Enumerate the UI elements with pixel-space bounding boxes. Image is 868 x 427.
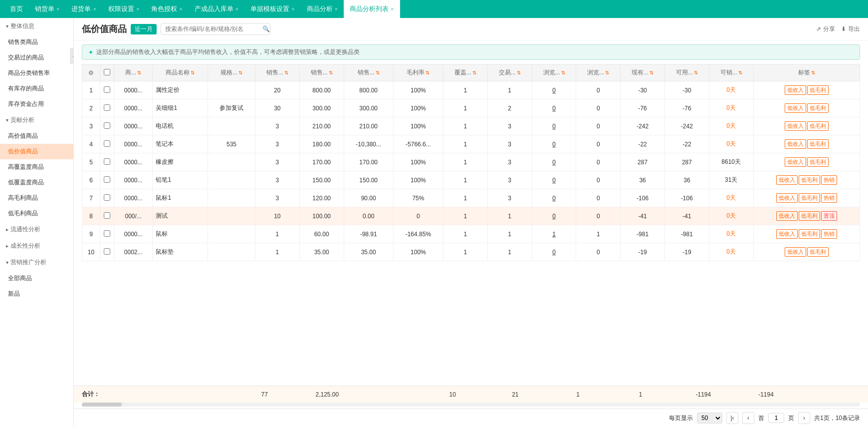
cell-view1[interactable]: 0	[532, 189, 576, 207]
th-name[interactable]: 商品名称⇅	[153, 64, 208, 81]
view1-link[interactable]: 0	[552, 195, 556, 202]
cell-view1[interactable]: 0	[532, 99, 576, 117]
th-coverage[interactable]: 覆盖...⇅	[443, 64, 488, 81]
page-number-input[interactable]	[768, 413, 784, 423]
sidebar-item-traded-products[interactable]: 交易过的商品	[0, 50, 73, 65]
period-tag-button[interactable]: 近一月	[131, 24, 157, 34]
th-view1[interactable]: 浏览...⇅	[532, 64, 576, 81]
th-sellable[interactable]: 可销...⇅	[709, 64, 753, 81]
cell-view1[interactable]: 0	[532, 243, 576, 261]
cell-checkbox[interactable]	[100, 207, 114, 225]
sidebar-item-new-products[interactable]: 新品	[0, 286, 73, 302]
horizontal-scrollbar[interactable]	[82, 403, 860, 407]
cell-view1[interactable]: 0	[532, 117, 576, 135]
close-permissions-icon[interactable]: ×	[136, 6, 139, 12]
row-checkbox[interactable]	[104, 140, 110, 147]
nav-purchase[interactable]: 进货单 ×	[65, 0, 102, 18]
cell-view1[interactable]: 0	[532, 153, 576, 171]
th-current[interactable]: 现有...⇅	[621, 64, 665, 81]
select-all-checkbox[interactable]	[104, 69, 110, 75]
cell-checkbox[interactable]	[100, 171, 114, 189]
close-product-inbound-icon[interactable]: ×	[235, 6, 238, 12]
row-checkbox[interactable]	[104, 104, 110, 111]
prev-page-button[interactable]: ‹	[742, 412, 754, 424]
sidebar-collapse-btn[interactable]: «	[70, 48, 74, 64]
nav-product-analysis[interactable]: 商品分析 ×	[301, 0, 344, 18]
row-checkbox[interactable]	[104, 158, 110, 165]
nav-product-analysis-list[interactable]: 商品分析列表 ×	[344, 0, 400, 18]
nav-home[interactable]: 首页	[4, 0, 29, 18]
sidebar-item-category-sales-rate[interactable]: 商品分类销售率	[0, 65, 73, 81]
sidebar-section-growth[interactable]: ▸ 成长性分析	[0, 238, 73, 254]
th-trade[interactable]: 交易...⇅	[487, 64, 532, 81]
close-product-analysis-icon[interactable]: ×	[335, 6, 338, 12]
next-page-button[interactable]: ›	[798, 412, 810, 424]
view1-link[interactable]: 0	[552, 213, 556, 220]
sidebar-item-low-value[interactable]: 低价值商品	[0, 144, 73, 159]
per-page-select[interactable]: 50 100 200	[697, 413, 722, 424]
nav-template-settings[interactable]: 单据模板设置 ×	[244, 0, 300, 18]
sidebar-item-high-margin[interactable]: 高毛利商品	[0, 190, 73, 206]
cell-checkbox[interactable]	[100, 225, 114, 243]
th-settings[interactable]: ⚙	[82, 64, 100, 81]
view1-link[interactable]: 0	[552, 123, 556, 130]
cell-view1[interactable]: 0	[532, 81, 576, 99]
view1-link[interactable]: 0	[552, 105, 556, 112]
close-purchase-icon[interactable]: ×	[93, 6, 96, 12]
search-input[interactable]	[161, 23, 270, 35]
close-role-auth-icon[interactable]: ×	[179, 6, 182, 12]
scrollbar-thumb[interactable]	[82, 403, 122, 407]
sidebar-item-low-coverage[interactable]: 低覆盖度商品	[0, 175, 73, 190]
th-code[interactable]: 商...⇅	[114, 64, 153, 81]
cell-checkbox[interactable]	[100, 81, 114, 99]
row-checkbox[interactable]	[104, 194, 110, 201]
sidebar-item-high-value[interactable]: 高价值商品	[0, 128, 73, 144]
th-spec[interactable]: 规格...⇅	[208, 64, 255, 81]
cell-checkbox[interactable]	[100, 135, 114, 153]
th-available[interactable]: 可用...⇅	[665, 64, 709, 81]
close-sales-order-icon[interactable]: ×	[56, 6, 59, 12]
close-product-analysis-list-icon[interactable]: ×	[391, 6, 394, 12]
view1-link[interactable]: 0	[552, 141, 556, 148]
nav-sales-order[interactable]: 销货单 ×	[29, 0, 65, 18]
row-checkbox[interactable]	[104, 86, 110, 93]
th-view2[interactable]: 浏览...⇅	[576, 64, 621, 81]
row-checkbox[interactable]	[104, 248, 110, 255]
view1-link[interactable]: 0	[552, 249, 556, 256]
sidebar-section-marketing[interactable]: ▾ 营销推广分析	[0, 254, 73, 271]
table-container[interactable]: ⚙ 商...⇅ 商品名称⇅ 规格...⇅ 销售...⇅ 销售...⇅ 销售...…	[74, 64, 868, 386]
first-page-button[interactable]: |‹	[726, 412, 738, 424]
sidebar-item-high-coverage[interactable]: 高覆盖度商品	[0, 159, 73, 175]
cell-checkbox[interactable]	[100, 117, 114, 135]
row-checkbox[interactable]	[104, 122, 110, 129]
cell-view1[interactable]: 1	[532, 225, 576, 243]
cell-view1[interactable]: 0	[532, 207, 576, 225]
search-icon[interactable]: 🔍	[262, 25, 270, 32]
cell-view1[interactable]: 0	[532, 135, 576, 153]
row-checkbox[interactable]	[104, 212, 110, 219]
sidebar-section-overview[interactable]: ▾ 整体信息	[0, 18, 73, 34]
sidebar-item-in-stock[interactable]: 有库存的商品	[0, 81, 73, 96]
view1-link[interactable]: 0	[552, 159, 556, 166]
view1-link[interactable]: 0	[552, 177, 556, 184]
th-gross-rate[interactable]: 毛利率⇅	[393, 64, 443, 81]
th-sales-amount[interactable]: 销售...⇅	[344, 64, 393, 81]
export-button[interactable]: ⬇ 导出	[841, 25, 860, 33]
sidebar-section-circulation[interactable]: ▸ 流通性分析	[0, 221, 73, 238]
th-tags[interactable]: 标签⇅	[753, 64, 860, 81]
share-button[interactable]: ⇗ 分享	[816, 25, 835, 33]
th-sales-qty[interactable]: 销售...⇅	[255, 64, 299, 81]
cell-view1[interactable]: 0	[532, 171, 576, 189]
view1-link[interactable]: 0	[552, 87, 556, 94]
sidebar-item-all-products[interactable]: 全部商品	[0, 271, 73, 286]
sidebar-item-low-margin[interactable]: 低毛利商品	[0, 206, 73, 221]
row-checkbox[interactable]	[104, 230, 110, 237]
sidebar-item-sales-products[interactable]: 销售类商品	[0, 34, 73, 50]
cell-checkbox[interactable]	[100, 189, 114, 207]
sidebar-item-stock-capital[interactable]: 库存资金占用	[0, 96, 73, 112]
cell-checkbox[interactable]	[100, 243, 114, 261]
row-checkbox[interactable]	[104, 176, 110, 183]
close-template-settings-icon[interactable]: ×	[291, 6, 294, 12]
th-sales-price[interactable]: 销售...⇅	[299, 64, 344, 81]
nav-permissions[interactable]: 权限设置 ×	[102, 0, 145, 18]
